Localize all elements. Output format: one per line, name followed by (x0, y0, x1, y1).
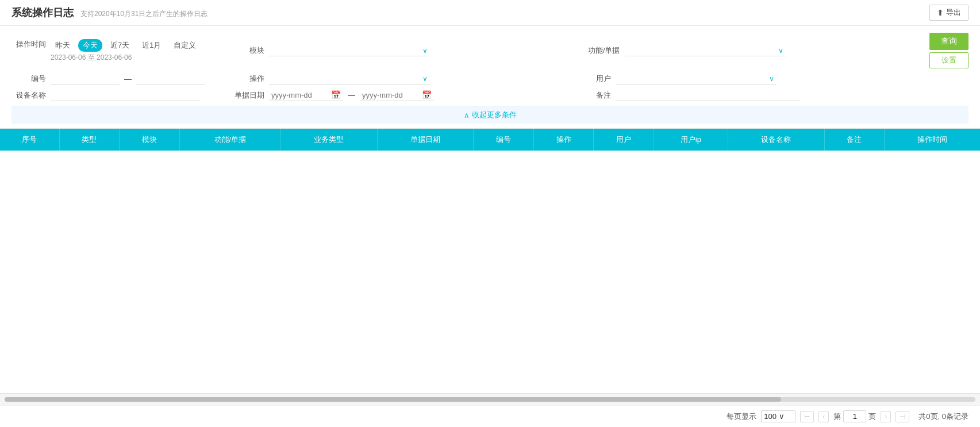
time-options-wrap: 昨天 今天 近7天 近1月 自定义 2023-06-06 至 2023-06-0… (51, 39, 201, 63)
note-input[interactable] (616, 90, 800, 101)
filter-row-2: 编号 — 操作 ∨ 用户 ∨ (11, 73, 969, 84)
time-label: 操作时间 (11, 39, 46, 49)
time-filter-group: 操作时间 昨天 今天 近7天 近1月 自定义 2023-06-06 至 2023… (11, 39, 207, 63)
col-function: 功能/单据 (179, 129, 280, 151)
user-chevron-icon: ∨ (769, 75, 774, 83)
prev-page-btn[interactable]: ‹ (818, 411, 829, 422)
device-filter-group: 设备名称 (11, 90, 207, 101)
number-label: 编号 (11, 74, 46, 84)
number-to-input[interactable] (136, 73, 205, 84)
function-filter-group: 功能/单据 ∨ (586, 45, 918, 56)
empty-state (0, 151, 980, 323)
export-label: 导出 (946, 7, 961, 18)
operation-filter-group: 操作 ∨ (230, 74, 554, 84)
collapse-label: 收起更多条件 (472, 110, 517, 120)
col-operation: 操作 (533, 129, 593, 151)
action-buttons: 查询 设置 (929, 33, 969, 68)
time-btn-today[interactable]: 今天 (78, 39, 102, 52)
page-subtitle: 支持2020年10月31日之后产生的操作日志 (80, 9, 207, 19)
time-btn-yesterday[interactable]: 昨天 (51, 39, 75, 52)
export-icon: ⬆ (937, 8, 944, 17)
time-date-range: 2023-06-06 至 2023-06-06 (51, 53, 201, 63)
device-label: 设备名称 (11, 90, 46, 101)
module-filter-group: 模块 ∨ (230, 45, 563, 56)
scrollbar-thumb (5, 397, 781, 402)
page-size-select[interactable]: 100 ∨ (761, 410, 795, 422)
total-info: 共0页, 0条记录 (918, 411, 969, 422)
page-label: 第 (833, 411, 841, 422)
horizontal-scrollbar[interactable] (5, 397, 975, 402)
function-label: 功能/单据 (586, 45, 620, 56)
date-from-wrap[interactable]: 📅 (269, 89, 343, 101)
table-header-row: 序号 类型 模块 功能/单据 业务类型 单据日期 编号 操作 用户 用户ip 设… (0, 129, 980, 151)
collapse-bar[interactable]: ∧ 收起更多条件 (11, 106, 969, 124)
date-to-input[interactable] (362, 91, 420, 99)
module-label: 模块 (230, 45, 264, 56)
voucher-date-filter-group: 单据日期 📅 — 📅 (230, 89, 554, 101)
number-from-input[interactable] (51, 73, 120, 84)
voucher-date-label: 单据日期 (230, 90, 264, 101)
filter-area: 操作时间 昨天 今天 近7天 近1月 自定义 2023-06-06 至 2023… (0, 26, 980, 129)
time-btn-7days[interactable]: 近7天 (106, 39, 134, 52)
device-input[interactable] (51, 90, 200, 101)
note-filter-group: 备注 (577, 90, 900, 101)
number-filter-group: 编号 — (11, 73, 207, 84)
col-device: 设备名称 (728, 129, 824, 151)
date-from-input[interactable] (271, 91, 329, 99)
user-select[interactable]: ∨ (616, 74, 777, 84)
collapse-icon: ∧ (464, 111, 470, 120)
col-type: 类型 (59, 129, 119, 151)
page-suffix: 页 (868, 411, 876, 422)
data-table: 序号 类型 模块 功能/单据 业务类型 单据日期 编号 操作 用户 用户ip 设… (0, 129, 980, 151)
user-filter-group: 用户 ∨ (577, 74, 900, 84)
header-left: 系统操作日志 支持2020年10月31日之后产生的操作日志 (11, 6, 207, 20)
operation-chevron-icon: ∨ (422, 75, 428, 83)
table-container: 序号 类型 模块 功能/单据 业务类型 单据日期 编号 操作 用户 用户ip 设… (0, 129, 980, 393)
calendar-to-icon[interactable]: 📅 (422, 90, 432, 99)
col-number: 编号 (474, 129, 533, 151)
page-size-label: 每页显示 (727, 411, 756, 422)
filter-row-1: 操作时间 昨天 今天 近7天 近1月 自定义 2023-06-06 至 2023… (11, 33, 969, 68)
module-chevron-icon: ∨ (422, 47, 428, 55)
col-note: 备注 (824, 129, 884, 151)
pagination: 每页显示 100 ∨ ⊢ ‹ 第 页 › ⊣ 共0页, 0条记录 (0, 405, 980, 427)
user-label: 用户 (577, 74, 611, 84)
module-select[interactable]: ∨ (269, 45, 430, 56)
table-header: 序号 类型 模块 功能/单据 业务类型 单据日期 编号 操作 用户 用户ip 设… (0, 129, 980, 151)
col-module: 模块 (120, 129, 179, 151)
page-title: 系统操作日志 (11, 6, 74, 20)
operation-select[interactable]: ∨ (269, 74, 430, 84)
col-voucher-date: 单据日期 (377, 129, 474, 151)
col-index: 序号 (0, 129, 59, 151)
number-dash: — (124, 75, 132, 83)
date-dash: — (348, 91, 355, 99)
function-select[interactable]: ∨ (625, 45, 786, 56)
page-info: 第 页 (833, 410, 876, 422)
next-page-btn[interactable]: › (881, 411, 891, 422)
page-size-value: 100 (764, 412, 777, 421)
filter-row-3: 设备名称 单据日期 📅 — 📅 备注 (11, 89, 969, 101)
date-to-wrap[interactable]: 📅 (360, 89, 434, 101)
note-label: 备注 (577, 90, 611, 101)
time-btn-1month[interactable]: 近1月 (137, 39, 166, 52)
page-number-input[interactable] (843, 410, 866, 422)
last-page-btn[interactable]: ⊣ (896, 411, 909, 422)
page-size-chevron: ∨ (779, 412, 785, 421)
scrollbar-area (0, 393, 980, 405)
query-button[interactable]: 查询 (929, 33, 969, 50)
export-button[interactable]: ⬆ 导出 (929, 5, 969, 21)
col-op-time: 操作时间 (884, 129, 980, 151)
operation-label: 操作 (230, 74, 264, 84)
col-user: 用户 (594, 129, 654, 151)
first-page-btn[interactable]: ⊢ (800, 411, 814, 422)
time-btn-custom[interactable]: 自定义 (169, 39, 201, 52)
col-user-ip: 用户ip (654, 129, 728, 151)
page-header: 系统操作日志 支持2020年10月31日之后产生的操作日志 ⬆ 导出 (0, 0, 980, 26)
function-chevron-icon: ∨ (778, 47, 783, 55)
col-business-type: 业务类型 (281, 129, 378, 151)
calendar-from-icon[interactable]: 📅 (331, 90, 341, 99)
settings-button[interactable]: 设置 (929, 52, 969, 68)
time-options: 昨天 今天 近7天 近1月 自定义 (51, 39, 201, 52)
